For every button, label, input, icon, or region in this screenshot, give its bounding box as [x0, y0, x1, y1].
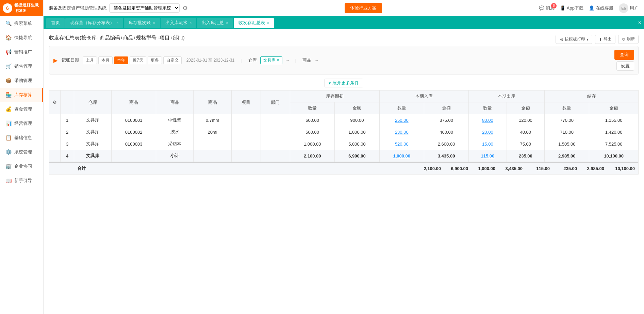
export-btn[interactable]: ⬇ 导出 — [595, 35, 615, 44]
goods-more-btn[interactable]: ··· — [315, 58, 318, 63]
date-btn-more[interactable]: 更多 — [148, 56, 162, 64]
row3-in-amt: 2,600.00 — [424, 138, 468, 150]
row3-in-qty[interactable]: 520.00 — [379, 138, 424, 150]
user-label: 用户 — [630, 5, 639, 11]
sidebar-item-finance[interactable]: 💰 资金管理 — [0, 102, 43, 116]
col-dept: 部门 — [261, 90, 290, 114]
home-icon: 🏠 — [5, 35, 12, 41]
tab-inout-flow-close[interactable]: × — [189, 21, 192, 25]
row1-out-amt: 120.00 — [507, 114, 544, 126]
row3-open-amt: 5,000.00 — [335, 138, 379, 150]
expand-conditions-btn[interactable]: ▾ 展开更多条件 — [324, 79, 363, 87]
date-btn-this-month[interactable]: 本月 — [98, 56, 113, 64]
footer-in-qty: 1,000.00 — [468, 166, 495, 171]
subtotal-in-qty[interactable]: 1,000.00 — [379, 150, 424, 162]
subtotal-seq: 4 — [61, 150, 74, 162]
subtotal-settings — [49, 150, 61, 162]
sidebar-item-system[interactable]: ⚙️ 系统管理 — [0, 145, 43, 159]
sidebar-item-basic[interactable]: 📋 基础信息 — [0, 131, 43, 145]
filter-collapse-icon[interactable]: ▶ — [53, 57, 57, 64]
filter-bar: ▶ 记账日期 上月 本月 本年 近7天 更多 自定义 2023-01-01 至 … — [49, 46, 639, 75]
experience-btn[interactable]: 体验行业方案 — [345, 3, 382, 13]
refresh-btn[interactable]: ↻ 刷新 — [618, 35, 639, 44]
row2-project — [231, 126, 261, 138]
export-label: 导出 — [604, 36, 612, 42]
online-service-item[interactable]: 👤 在线客服 — [589, 5, 613, 11]
sidebar-logo: 6 畅捷通好生意 标准版 — [0, 0, 43, 16]
operation-icon: 📊 — [5, 120, 12, 127]
tab-inout-summary[interactable]: 出入库汇总 × — [197, 18, 233, 28]
row2-seq: 2 — [61, 126, 74, 138]
sidebar-item-marketing[interactable]: 📢 营销推广 — [0, 45, 43, 59]
tabbar-close-icon[interactable]: × — [638, 20, 641, 26]
message-item[interactable]: 💬 消息 6 — [539, 5, 555, 11]
col-out-amt: 金额 — [507, 102, 544, 114]
row2-out-amt: 40.00 — [507, 126, 544, 138]
sidebar-label-operation: 经营管理 — [14, 120, 32, 127]
system-select[interactable]: 装备及固定资产辅助管理系统 — [109, 3, 180, 13]
footer-total-label: 合计 — [77, 165, 104, 171]
footer-out-amt: 235.00 — [550, 166, 577, 171]
tab-home[interactable]: 首页 — [46, 18, 65, 28]
sidebar-item-enterprise[interactable]: 🏢 企业协同 — [0, 159, 43, 173]
online-service-label: 在线客服 — [596, 5, 613, 11]
col-code: 商品 — [112, 90, 156, 114]
tab-batch[interactable]: 库存批次账 × — [124, 18, 160, 28]
settings-icon[interactable]: ⚙ — [182, 4, 188, 12]
phone-icon: 📱 — [560, 5, 565, 11]
row1-in-qty[interactable]: 250.00 — [379, 114, 424, 126]
print-icon: 🖨 — [559, 37, 563, 42]
tab-inventory-dist-close[interactable]: × — [116, 21, 118, 25]
sidebar-item-purchase[interactable]: 📦 采购管理 — [0, 73, 43, 88]
sidebar-label-guide: 新手引导 — [14, 178, 32, 184]
col-warehouse: 仓库 — [74, 90, 112, 114]
user-item[interactable]: Ea 用户 — [619, 3, 639, 13]
refresh-label: 刷新 — [627, 36, 635, 42]
sidebar-item-operation[interactable]: 📊 经营管理 — [0, 116, 43, 131]
footer-open-amt: 6,900.00 — [441, 166, 468, 171]
row1-out-qty[interactable]: 80.00 — [469, 114, 507, 126]
tab-receipt-summary[interactable]: 收发存汇总表 × — [234, 18, 274, 28]
sidebar-item-inventory[interactable]: 🏪 库存核算 — [0, 88, 43, 102]
subtotal-out-qty[interactable]: 115.00 — [469, 150, 507, 162]
table-settings-header[interactable]: ⚙ — [49, 90, 61, 114]
warehouse-tag-close[interactable]: × — [277, 58, 279, 63]
tab-inout-summary-close[interactable]: × — [226, 21, 228, 25]
row2-open-qty: 500.00 — [290, 126, 335, 138]
col-opening-header: 库存期初 — [290, 90, 380, 102]
subtotal-bal-amt: 10,100.00 — [589, 150, 639, 162]
row2-in-amt: 460.00 — [424, 126, 468, 138]
date-btn-7days[interactable]: 近7天 — [130, 56, 146, 64]
system-title: 装备及固定资产辅助管理系统 — [49, 5, 106, 11]
topbar-right: 💬 消息 6 📱 App下载 👤 在线客服 Ea 用户 — [539, 3, 639, 13]
set-btn[interactable]: 设置 — [616, 61, 634, 71]
tab-inout-flow[interactable]: 出入库流水 × — [161, 18, 196, 28]
col-balance-header: 结存 — [545, 90, 639, 102]
table-footer: 合计 2,100.00 6,900.00 1,000.00 3,435.00 1… — [49, 162, 639, 175]
app-download-item[interactable]: 📱 App下载 — [560, 5, 583, 11]
sidebar-item-search[interactable]: 🔍 搜索菜单 — [0, 16, 43, 31]
warehouse-more-btn[interactable]: ··· — [286, 58, 289, 63]
date-btn-custom[interactable]: 自定义 — [163, 56, 182, 64]
subtotal-in-amt: 3,435.00 — [424, 150, 468, 162]
col-spec: 商品 — [194, 90, 231, 114]
tab-receipt-summary-close[interactable]: × — [267, 21, 269, 25]
row3-bal-amt: 7,525.00 — [589, 138, 639, 150]
row2-out-qty[interactable]: 20.00 — [469, 126, 507, 138]
footer-bal-amt: 10,100.00 — [604, 166, 635, 171]
row3-warehouse: 文具库 — [74, 138, 112, 150]
query-btn[interactable]: 查询 — [614, 50, 634, 60]
row2-in-qty[interactable]: 230.00 — [379, 126, 424, 138]
tab-batch-label: 库存批次账 — [129, 20, 151, 26]
sidebar-item-quick-nav[interactable]: 🏠 快捷导航 — [0, 31, 43, 45]
content-area: 收发存汇总表(按仓库+商品编码+商品+规格型号+项目+部门) 🖨 按模板打印 ▾… — [44, 29, 644, 314]
print-btn[interactable]: 🖨 按模板打印 ▾ — [556, 35, 592, 44]
tab-batch-close[interactable]: × — [153, 21, 155, 25]
sidebar-item-guide[interactable]: 📖 新手引导 — [0, 173, 43, 188]
tab-inventory-dist[interactable]: 现存量（库存分布表） × — [65, 18, 123, 28]
date-btn-last-month[interactable]: 上月 — [83, 56, 97, 64]
row3-out-qty[interactable]: 15.00 — [469, 138, 507, 150]
row3-name: 采访本 — [156, 138, 194, 150]
sidebar-item-sales[interactable]: 🛒 销售管理 — [0, 59, 43, 73]
date-btn-this-year[interactable]: 本年 — [114, 56, 128, 64]
